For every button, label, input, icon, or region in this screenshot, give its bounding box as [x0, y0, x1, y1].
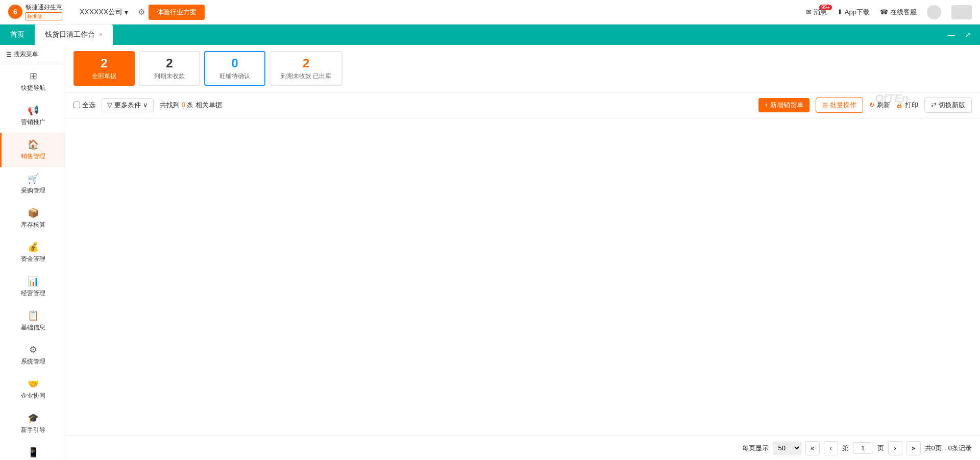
online-service-label: 在线客服 — [890, 8, 917, 17]
inventory-icon: 📦 — [28, 207, 39, 219]
logo-area: 6 畅捷通好生意 标准版 — [8, 4, 74, 20]
toolbar-left: 全选 ▽ 更多条件 ∨ 共找到 0 条 相关单据 — [74, 98, 752, 112]
app-download-button[interactable]: ⬇ App下载 — [837, 8, 870, 17]
sidebar-label-guide: 新手引导 — [21, 426, 45, 434]
search-menu-button[interactable]: ☰ 搜索菜单 — [0, 45, 65, 64]
system-icon: ⚙ — [29, 344, 37, 355]
headset-icon: ☎ — [880, 8, 888, 16]
sidebar-item-marketing[interactable]: 📢 营销推广 — [0, 99, 65, 133]
table-area — [65, 118, 980, 435]
stat-num-all: 2 — [85, 56, 124, 71]
expand-button[interactable]: ⤢ — [962, 29, 974, 41]
prev-page-button[interactable]: ‹ — [824, 441, 838, 455]
next-page-button[interactable]: › — [888, 441, 902, 455]
header-center: 体验行业方案 — [149, 5, 806, 20]
sidebar-item-system[interactable]: ⚙ 系统管理 — [0, 338, 65, 372]
print-label: 打印 — [905, 101, 918, 110]
sidebar-label-inventory: 库存核算 — [21, 221, 45, 229]
sidebar-label-collab: 企业协同 — [21, 392, 45, 400]
sidebar-label-sales: 销售管理 — [21, 152, 45, 161]
settings-button[interactable]: ⚙ — [134, 5, 149, 19]
quick-nav-icon: ⊞ — [30, 70, 37, 82]
online-service-button[interactable]: ☎ 在线客服 — [880, 8, 917, 17]
app-download-label: App下载 — [845, 8, 870, 17]
refresh-button[interactable]: ↻ 刷新 — [869, 101, 890, 110]
avatar[interactable] — [927, 5, 941, 19]
print-button[interactable]: 🖨 打印 — [896, 101, 918, 110]
batch-icon: ⊞ — [822, 101, 828, 109]
add-order-button[interactable]: + 新增销货单 — [758, 98, 810, 112]
minimize-button[interactable]: — — [945, 29, 958, 41]
sidebar-item-quick-nav[interactable]: ⊞ 快捷导航 — [0, 64, 65, 99]
stat-card-wangpu[interactable]: 0 旺铺待确认 — [204, 51, 265, 86]
logo-tag: 标准版 — [26, 12, 62, 20]
stat-label-overdue-shipped: 到期未收款 已出库 — [281, 72, 331, 81]
pagination: 每页显示 50 10 20 100 « ‹ 第 页 › » 共0页，0条记录 — [65, 435, 980, 460]
select-all-label: 全选 — [82, 101, 95, 110]
switch-label: 切换新版 — [939, 101, 965, 110]
first-page-button[interactable]: « — [805, 441, 820, 455]
header-right: ✉ 消息 99+ ⬇ App下载 ☎ 在线客服 — [806, 5, 972, 19]
page-input[interactable] — [853, 442, 873, 454]
filter-icon: ▽ — [107, 101, 112, 109]
print-icon: 🖨 — [896, 101, 903, 109]
sidebar-item-finance[interactable]: 💰 资金管理 — [0, 235, 65, 270]
tab-home[interactable]: 首页 — [0, 25, 35, 45]
select-all-input[interactable] — [74, 102, 80, 108]
sales-icon: 🏠 — [28, 139, 39, 150]
sidebar-label-ops: 经营管理 — [21, 289, 45, 298]
sidebar-label-base: 基础信息 — [21, 323, 45, 332]
switch-icon: ⇄ — [931, 101, 937, 109]
message-badge: 99+ — [819, 5, 832, 10]
ops-icon: 📊 — [28, 276, 39, 287]
message-button[interactable]: ✉ 消息 99+ — [806, 8, 827, 17]
filter-label: 更多条件 — [114, 101, 141, 110]
sidebar-label-finance: 资金管理 — [21, 255, 45, 263]
search-menu-label: 搜索菜单 — [14, 50, 38, 59]
logo-text: 畅捷通好生意 — [26, 4, 62, 11]
sidebar-label-system: 系统管理 — [21, 357, 45, 366]
sidebar-label-quick-nav: 快捷导航 — [21, 84, 45, 92]
count-prefix: 共找到 — [160, 101, 180, 109]
sidebar-item-base[interactable]: 📋 基础信息 — [0, 304, 65, 338]
stat-card-overdue-shipped[interactable]: 2 到期未收款 已出库 — [270, 51, 342, 86]
batch-button[interactable]: ⊞ 批量操作 — [816, 98, 863, 113]
base-icon: 📋 — [28, 310, 39, 321]
count-value: 0 — [182, 101, 185, 109]
toolbar-right: + 新增销货单 ⊞ 批量操作 ↻ 刷新 🖨 打印 ⇄ 切换新版 — [758, 98, 972, 113]
tab-daily-work[interactable]: 钱货日清工作台 × — [35, 25, 113, 45]
sidebar-item-purchase[interactable]: 🛒 采购管理 — [0, 167, 65, 201]
chevron-down-icon: ▾ — [125, 8, 128, 16]
nav-tabs: 首页 钱货日清工作台 × — ⤢ — [0, 25, 980, 45]
stat-card-all[interactable]: 2 全部单据 — [74, 51, 135, 86]
sidebar-item-collab[interactable]: 🤝 企业协同 — [0, 372, 65, 406]
sidebar-item-guide[interactable]: 🎓 新手引导 — [0, 406, 65, 441]
sidebar-item-inventory[interactable]: 📦 库存核算 — [0, 201, 65, 235]
count-unit: 条 — [187, 101, 193, 109]
company-selector[interactable]: XXXXXX公司 ▾ — [74, 8, 134, 17]
stat-label-wangpu: 旺铺待确认 — [215, 72, 254, 81]
select-all-checkbox[interactable]: 全选 — [74, 101, 95, 110]
stat-num-overdue-shipped: 2 — [281, 56, 331, 71]
page-size-label: 每页显示 — [742, 444, 769, 453]
filter-button[interactable]: ▽ 更多条件 ∨ — [102, 98, 154, 112]
refresh-icon: ↻ — [869, 101, 875, 109]
purchase-icon: 🛒 — [28, 173, 39, 184]
stat-card-overdue[interactable]: 2 到期未收款 — [139, 51, 200, 86]
page-size-select[interactable]: 50 10 20 100 — [773, 442, 801, 454]
experience-button[interactable]: 体验行业方案 — [149, 5, 205, 20]
sidebar-item-app-center[interactable]: 📱 应用中心 — [0, 441, 65, 460]
stat-num-overdue: 2 — [150, 56, 189, 71]
last-page-button[interactable]: » — [906, 441, 921, 455]
app-download-icon: ⬇ — [837, 8, 843, 16]
search-icon: ☰ — [6, 51, 12, 58]
stat-label-overdue: 到期未收款 — [150, 72, 189, 81]
message-icon: ✉ — [806, 8, 812, 16]
content-area: 2 全部单据 2 到期未收款 0 旺铺待确认 2 到期未收款 已出库 全选 — [65, 45, 980, 460]
collab-icon: 🤝 — [28, 378, 39, 390]
chevron-filter-icon: ∨ — [143, 101, 148, 109]
sidebar-item-ops[interactable]: 📊 经营管理 — [0, 270, 65, 304]
switch-version-button[interactable]: ⇄ 切换新版 — [924, 98, 972, 113]
sidebar-item-sales[interactable]: 🏠 销售管理 — [0, 133, 65, 167]
tab-close-icon[interactable]: × — [99, 31, 103, 38]
